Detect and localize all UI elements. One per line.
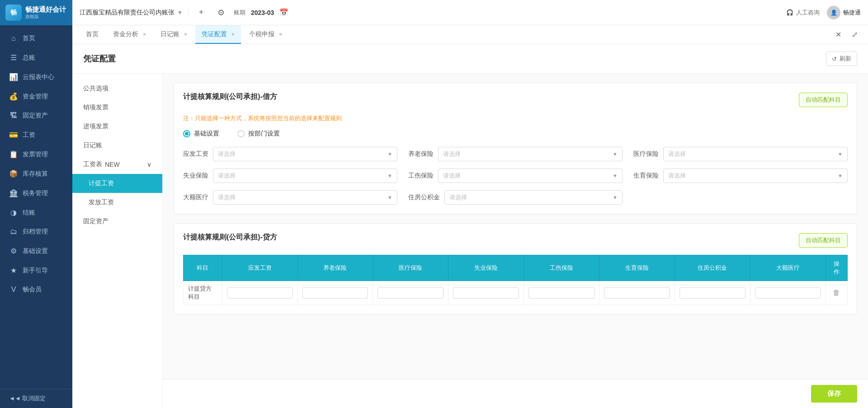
menu-item-public[interactable]: 公共选项 [72,79,162,98]
close-fund-analysis-icon[interactable]: × [143,31,146,38]
close-tax-report-icon[interactable]: × [279,31,282,38]
input-daemao[interactable] [755,287,821,299]
input-yanglao[interactable] [302,287,368,299]
expand-btn[interactable]: ⤢ [848,28,861,41]
fixed-icon: 🏗 [9,112,18,120]
page-content: 凭证配置 ↺ 刷新 公共选项 销项发票 进项发票 日记账 [72,44,868,408]
select-zhufang[interactable]: 请选择 ▼ [444,190,623,205]
service-btn[interactable]: 🎧 人工咨询 [786,9,820,17]
period-label: 账期 [234,9,245,17]
input-zhufang[interactable] [679,287,745,299]
save-button[interactable]: 保存 [811,385,857,403]
settings-button[interactable]: ⚙ [214,5,228,20]
radio-dept[interactable]: 按部门设置 [237,130,280,138]
tab-journal[interactable]: 日记账 × [154,25,193,44]
debit-header-row: 计提核算规则(公司承担)-借方 自动匹配科目 [183,92,848,107]
menu-group-salary-table[interactable]: 工资表 NEW ∨ [72,155,162,174]
cell-daemao [750,281,826,305]
credit-auto-match-button[interactable]: 自动匹配科目 [799,233,848,248]
tab-fund-analysis[interactable]: 资金分析 × [107,25,152,44]
calendar-icon[interactable]: 📅 [279,8,288,17]
cell-caozuo: 🗑 [826,281,847,305]
menu-item-journal[interactable]: 日记账 [72,136,162,155]
table-header-row: 科目 应发工资 养老保险 医疗保险 失业保险 工伤保险 生育保险 住房公积金 大… [184,255,848,281]
company-selector[interactable]: 江西服宝精品有限责任公司内账张 ▼ [80,9,183,17]
guide-icon: ★ [9,266,18,275]
right-panel: 计提核算规则(公司承担)-借方 自动匹配科目 注：只能选择一种方式，系统将按照您… [163,74,868,408]
select-shiye[interactable]: 请选择 ▼ [213,169,397,183]
tab-voucher-config[interactable]: 凭证配置 × [195,25,241,44]
logo-sub: 旗舰版 [25,14,66,20]
input-shiye[interactable] [453,287,519,299]
save-bar: 保存 [163,379,868,408]
tab-bar: 首页 资金分析 × 日记账 × 凭证配置 × 个税申报 × ✕ ⤢ [72,25,868,44]
refresh-button[interactable]: ↺ 刷新 [826,52,857,66]
credit-section: 计提核算规则(公司承担)-贷方 自动匹配科目 科目 应发工资 养老保险 [174,223,857,314]
input-shengyu[interactable] [604,287,670,299]
select-shengyu-arrow: ▼ [838,173,843,178]
sidebar-item-archive[interactable]: 🗂 归档管理 [0,222,72,241]
headset-icon: 🎧 [786,9,793,16]
label-shiye: 失业保险 [183,172,208,180]
invoice-icon: 📋 [9,150,18,159]
delete-row-icon[interactable]: 🗑 [833,289,840,296]
sidebar-item-tax-mgmt[interactable]: 🏦 税务管理 [0,183,72,203]
debit-auto-match-button[interactable]: 自动匹配科目 [799,93,848,107]
select-yingfa-gongzi[interactable]: 请选择 ▼ [213,147,397,161]
select-yanglao[interactable]: 请选择 ▼ [438,147,623,161]
page-title: 凭证配置 [83,53,116,64]
cell-yanglao [297,281,373,305]
sidebar-item-member[interactable]: V 畅会员 [0,280,72,299]
sidebar-item-settings[interactable]: ⚙ 基础设置 [0,241,72,261]
input-gongshang[interactable] [528,287,594,299]
select-gongshang[interactable]: 请选择 ▼ [438,169,623,183]
form-item-yiliao: 医疗保险 请选择 ▼ [633,147,848,161]
menu-item-purchase-invoice[interactable]: 进项发票 [72,117,162,136]
sidebar-item-checkout[interactable]: ◑ 结账 [0,203,72,222]
label-yiliao: 医疗保险 [633,150,659,158]
user-info[interactable]: 👤 畅捷通 [827,6,861,19]
input-yingfa[interactable] [227,287,293,299]
menu-item-fixed-assets[interactable]: 固定资产 [72,212,162,231]
tab-home[interactable]: 首页 [80,25,105,44]
tab-tax-report[interactable]: 个税申报 × [243,25,288,44]
select-daemao[interactable]: 请选择 ▼ [213,190,397,205]
select-arrow-icon: ▼ [387,151,392,157]
label-daemao: 大额医疗 [183,193,208,202]
sidebar-item-ledger[interactable]: ☰ 总账 [0,48,72,67]
sidebar-item-guide[interactable]: ★ 新手引导 [0,261,72,280]
cell-zhufang [675,281,750,305]
cell-shiye [448,281,524,305]
sidebar-item-salary[interactable]: 💳 工资 [0,125,72,145]
label-gongshang: 工伤保险 [408,172,434,180]
menu-item-calc-salary[interactable]: 计提工资 [72,174,162,193]
debit-note: 注：只能选择一种方式，系统将按照您当前的选择来配置规则 [183,114,848,122]
avatar: 👤 [827,6,840,19]
sidebar-collapse-btn[interactable]: ◄◄ 取消固定 [0,389,72,408]
menu-item-pay-salary[interactable]: 发放工资 [72,193,162,212]
close-journal-icon[interactable]: × [184,31,187,38]
company-dropdown-icon: ▼ [177,9,183,16]
menu-item-sales-invoice[interactable]: 销项发票 [72,98,162,117]
radio-basic[interactable]: 基础设置 [183,130,219,138]
logo-icon: 畅 [5,5,22,21]
sidebar-item-cloud-reports[interactable]: 📊 云报表中心 [0,67,72,87]
sidebar-item-invoice-mgmt[interactable]: 📋 发票管理 [0,145,72,164]
sidebar-item-fund-mgmt[interactable]: 💰 资金管理 [0,87,72,106]
th-yingfa: 应发工资 [222,255,297,281]
sidebar-item-fixed-assets[interactable]: 🏗 固定资产 [0,106,72,125]
close-voucher-config-icon[interactable]: × [231,31,235,38]
select-shengyu[interactable]: 请选择 ▼ [663,169,848,183]
period-value: 2023-03 [251,9,274,16]
select-yiliao[interactable]: 请选择 ▼ [663,147,848,161]
topbar: 江西服宝精品有限责任公司内账张 ▼ + ⚙ 账期 2023-03 📅 🎧 人工咨… [72,0,868,25]
credit-header-row: 计提核算规则(公司承担)-贷方 自动匹配科目 [183,233,848,248]
close-window-btn[interactable]: ✕ [832,28,844,41]
input-yiliao[interactable] [377,287,443,299]
sidebar-item-inventory[interactable]: 📦 库存核算 [0,164,72,183]
add-button[interactable]: + [194,5,208,20]
form-item-shiye: 失业保险 请选择 ▼ [183,169,397,183]
tax-icon: 🏦 [9,189,18,197]
sidebar-item-home[interactable]: ⌂ 首页 [0,29,72,48]
main-area: 江西服宝精品有限责任公司内账张 ▼ + ⚙ 账期 2023-03 📅 🎧 人工咨… [72,0,868,408]
